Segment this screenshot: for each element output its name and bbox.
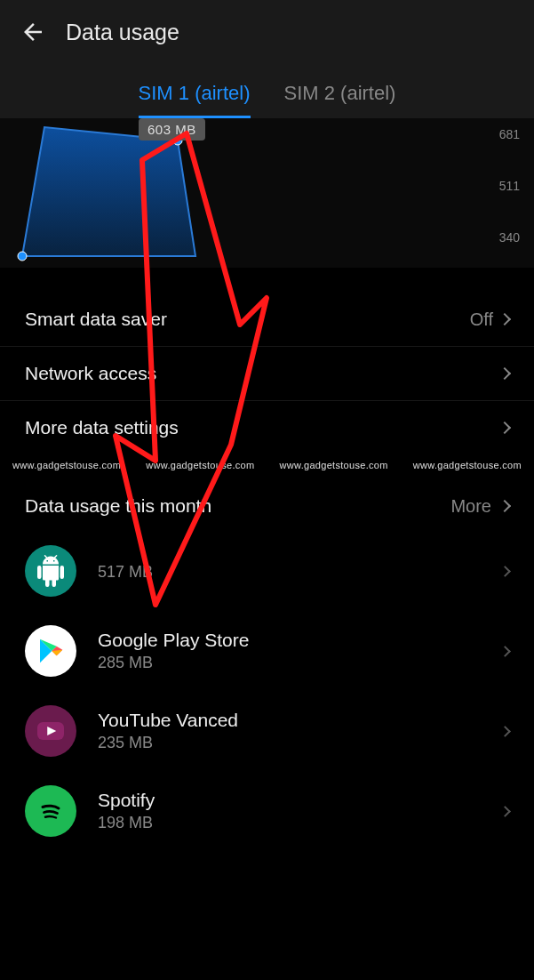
- android-icon: [25, 545, 76, 597]
- more-label: More: [450, 496, 491, 517]
- tab-sim2[interactable]: SIM 2 (airtel): [284, 82, 396, 118]
- chart-axis-label: 340: [499, 230, 520, 245]
- settings-label: Smart data saver: [25, 309, 167, 330]
- smart-saver-value: Off: [470, 309, 493, 330]
- app-row-android-system[interactable]: 517 MB: [0, 531, 534, 611]
- watermark-text: www.gadgetstouse.com: [280, 460, 388, 470]
- svg-point-2: [18, 252, 27, 261]
- network-access-row[interactable]: Network access: [0, 347, 534, 401]
- usage-section-header: Data usage this month More: [0, 476, 534, 531]
- youtube-vanced-icon: [25, 705, 76, 757]
- chevron-right-icon: [499, 806, 511, 817]
- chevron-right-icon: [498, 367, 511, 380]
- back-arrow-icon[interactable]: [20, 19, 46, 45]
- settings-label: Network access: [25, 363, 156, 384]
- chart-axis-label: 681: [499, 127, 520, 141]
- chevron-right-icon: [498, 422, 511, 434]
- more-data-settings-row[interactable]: More data settings: [0, 401, 534, 454]
- app-usage: 285 MB: [98, 654, 501, 672]
- app-info: 517 MB: [98, 560, 501, 582]
- chevron-right-icon: [498, 313, 511, 325]
- chevron-right-icon: [498, 500, 511, 512]
- watermark-text: www.gadgetstouse.com: [146, 460, 254, 470]
- settings-value-group: Off: [470, 309, 509, 330]
- watermark-text: www.gadgetstouse.com: [12, 460, 121, 470]
- app-row-play-store[interactable]: Google Play Store 285 MB: [0, 611, 534, 691]
- watermark-strip: www.gadgetstouse.com www.gadgetstouse.co…: [0, 454, 534, 476]
- app-row-spotify[interactable]: Spotify 198 MB: [0, 771, 534, 851]
- usage-chart[interactable]: 603 MB 681 511 340: [0, 118, 534, 268]
- app-usage: 235 MB: [98, 734, 501, 752]
- app-name: YouTube Vanced: [98, 710, 501, 731]
- svg-marker-0: [22, 127, 195, 256]
- app-usage: 517 MB: [98, 563, 501, 582]
- chevron-right-icon: [499, 646, 511, 657]
- app-name: Spotify: [98, 790, 501, 811]
- watermark-text: www.gadgetstouse.com: [413, 460, 522, 470]
- app-info: Google Play Store 285 MB: [98, 630, 501, 672]
- chart-axis-label: 511: [499, 179, 520, 193]
- sim-tabs: SIM 1 (airtel) SIM 2 (airtel): [0, 64, 534, 118]
- spotify-icon: [25, 785, 76, 837]
- app-name: Google Play Store: [98, 630, 501, 651]
- settings-list: Smart data saver Off Network access More…: [0, 268, 534, 454]
- chart-graph: [0, 118, 534, 268]
- app-usage: 198 MB: [98, 814, 501, 832]
- page-title: Data usage: [66, 20, 179, 45]
- play-store-icon: [25, 625, 76, 677]
- app-row-youtube-vanced[interactable]: YouTube Vanced 235 MB: [0, 691, 534, 771]
- chevron-right-icon: [499, 726, 511, 737]
- smart-data-saver-row[interactable]: Smart data saver Off: [0, 293, 534, 347]
- app-info: Spotify 198 MB: [98, 790, 501, 832]
- section-title: Data usage this month: [25, 495, 211, 517]
- tab-sim1[interactable]: SIM 1 (airtel): [139, 82, 251, 118]
- chevron-right-icon: [499, 566, 511, 577]
- header-bar: Data usage: [0, 0, 534, 64]
- settings-label: More data settings: [25, 417, 179, 438]
- more-link[interactable]: More: [450, 496, 509, 517]
- chart-tooltip: 603 MB: [139, 118, 205, 141]
- app-info: YouTube Vanced 235 MB: [98, 710, 501, 752]
- app-usage-list: 517 MB Google Play Store 285 MB YouT: [0, 531, 534, 851]
